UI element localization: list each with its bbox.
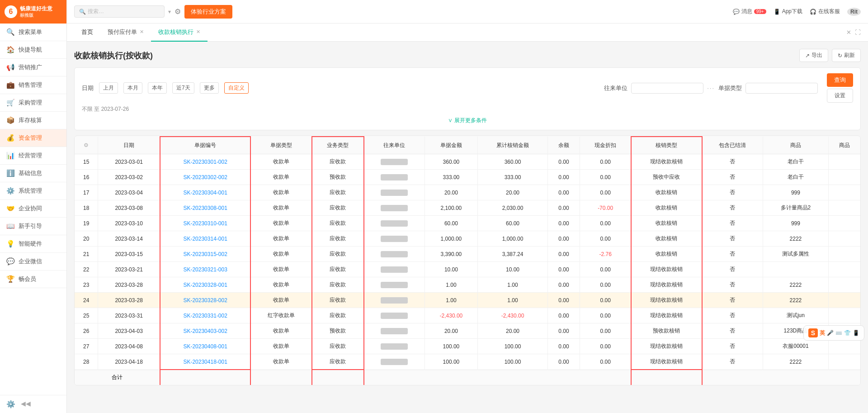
table-row: 16 2023-03-02 SK-20230302-002 收款单 预收款 ██… (75, 170, 860, 185)
cell-unit: ██████ (364, 293, 425, 308)
bill-no-link[interactable]: SK-20230304-001 (183, 190, 227, 196)
messages-btn[interactable]: 💬 消息 99+ (733, 8, 766, 15)
bill-no-link[interactable]: SK-20230302-002 (183, 174, 227, 180)
topbar-gear-icon[interactable]: ⚙ (175, 7, 181, 16)
sidebar-item-hardware[interactable]: 💡智能硬件 (0, 235, 66, 253)
cell-write-off: 2,030.00 (478, 200, 548, 216)
enterprise-icon: 🤝 (6, 204, 15, 213)
cell-bill-type: 收款单 (250, 339, 311, 354)
refresh-icon: ↻ (838, 52, 842, 59)
export-btn[interactable]: ↗ 导出 (799, 49, 828, 62)
refresh-label: 刷新 (844, 52, 855, 59)
tab-expand-icon[interactable]: ⛶ (855, 29, 861, 36)
online-service-btn[interactable]: 🎧 在线客服 (810, 8, 840, 15)
bill-no-link[interactable]: SK-20230321-003 (183, 266, 227, 273)
date-last-month-btn[interactable]: 上月 (99, 82, 118, 94)
app-download-btn[interactable]: 📱 App下载 (774, 8, 802, 15)
bill-no-link[interactable]: SK-20230308-001 (183, 205, 227, 211)
cell-included: 否 (702, 216, 763, 231)
brand-phone-icon[interactable]: 📱 (853, 330, 859, 336)
sidebar-item-basic[interactable]: ℹ️基础信息 (0, 165, 66, 182)
cell-bill-no: SK-20230331-002 (160, 308, 250, 323)
footer-product2 (829, 370, 860, 385)
date-more-btn[interactable]: 更多 (200, 82, 219, 94)
collapse-icon[interactable]: ◀◀ (21, 400, 31, 408)
bill-type-select[interactable] (745, 83, 818, 94)
refresh-btn[interactable]: ↻ 刷新 (832, 49, 861, 62)
cell-write-off: 3,387.24 (478, 247, 548, 262)
sidebar-item-finance[interactable]: 💰资金管理 (0, 129, 66, 147)
sidebar-nav: 🔍搜索菜单🏠快捷导航📢营销推广💼销售管理🛒采购管理📦库存核算💰资金管理📊经营管理… (0, 24, 66, 395)
cell-discount: 0.00 (580, 293, 632, 308)
cell-write-off-type: 收款核销 (631, 231, 702, 247)
cell-amount: 20.00 (425, 323, 478, 339)
topbar-right: 💬 消息 99+ 📱 App下载 🎧 在线客服 Rit (733, 8, 861, 16)
tab-prepayment[interactable]: 预付应付单 ✕ (100, 24, 151, 42)
app-download-label: App下载 (782, 8, 802, 15)
settings-icon[interactable]: ⚙️ (6, 400, 15, 408)
cell-no: 16 (75, 170, 98, 185)
sidebar-item-purchase[interactable]: 🛒采购管理 (0, 94, 66, 112)
sidebar-item-inventory[interactable]: 📦库存核算 (0, 112, 66, 129)
sidebar-item-enterprise[interactable]: 🤝企业协同 (0, 200, 66, 218)
cell-write-off-type: 收款核销 (631, 216, 702, 231)
bill-no-link[interactable]: SK-20230301-002 (183, 159, 227, 165)
sidebar-item-search[interactable]: 🔍搜索菜单 (0, 24, 66, 41)
cell-write-off: 20.00 (478, 323, 548, 339)
export-icon: ↗ (805, 52, 810, 59)
bill-no-link[interactable]: SK-20230328-002 (183, 297, 227, 304)
tab-receivable-close[interactable]: ✕ (196, 29, 200, 35)
bill-no-link[interactable]: SK-20230310-001 (183, 220, 227, 227)
sidebar-item-guide[interactable]: 📖新手引导 (0, 218, 66, 235)
sidebar-item-wechat[interactable]: 💬企业微信 (0, 253, 66, 271)
query-btn[interactable]: 查询 (827, 73, 853, 87)
cell-write-off-type: 现结收款核销 (631, 262, 702, 277)
sidebar-item-sales[interactable]: 💼销售管理 (0, 76, 66, 94)
bill-no-link[interactable]: SK-20230314-001 (183, 236, 227, 242)
bill-no-link[interactable]: SK-20230403-002 (183, 328, 227, 334)
sidebar-item-system[interactable]: ⚙️系统管理 (0, 182, 66, 200)
tab-prepayment-close[interactable]: ✕ (140, 29, 144, 35)
sidebar-footer: ⚙️ ◀◀ (0, 395, 66, 413)
date-this-year-btn[interactable]: 本年 (148, 82, 167, 94)
cell-included: 否 (702, 231, 763, 247)
bill-no-link[interactable]: SK-20230331-002 (183, 313, 227, 319)
date-this-month-btn[interactable]: 本月 (123, 82, 142, 94)
basic-icon: ℹ️ (6, 169, 15, 177)
customer-filter-input[interactable] (631, 83, 703, 94)
sidebar-item-member[interactable]: 🏆畅会员 (0, 271, 66, 288)
cell-balance: 0.00 (547, 154, 580, 170)
sidebar-label-purchase: 采购管理 (19, 99, 42, 107)
brand-shirt-icon[interactable]: 👕 (844, 330, 851, 336)
cell-amount: 1,000.00 (425, 231, 478, 247)
bill-no-link[interactable]: SK-20230408-001 (183, 343, 227, 350)
dropdown-arrow[interactable]: ▾ (168, 9, 171, 15)
table-row: 22 2023-03-21 SK-20230321-003 收款单 应收款 ██… (75, 262, 860, 277)
brand-mic-icon[interactable]: 🎤 (827, 330, 834, 336)
user-avatar[interactable]: Rit (847, 8, 861, 16)
date-last-7days-btn[interactable]: 近7天 (172, 82, 194, 94)
expand-conditions-btn[interactable]: ∨ 展开更多条件 (82, 117, 853, 124)
cell-write-off: 360.00 (478, 154, 548, 170)
sidebar-item-quicknav[interactable]: 🏠快捷导航 (0, 41, 66, 59)
sidebar-item-marketing[interactable]: 📢营销推广 (0, 59, 66, 76)
cell-product1: 2222 (763, 293, 828, 308)
cell-product2 (829, 185, 860, 200)
brand-keyboard-icon[interactable]: ⌨️ (835, 330, 842, 336)
cell-balance: 0.00 (547, 185, 580, 200)
tab-receivable[interactable]: 收款核销执行 ✕ (151, 24, 208, 42)
cell-write-off: 1,000.00 (478, 231, 548, 247)
tab-close-all-icon[interactable]: ✕ (846, 29, 851, 36)
bill-no-link[interactable]: SK-20230328-001 (183, 282, 227, 288)
th-gear[interactable]: ⚙ (75, 137, 98, 154)
bill-no-link[interactable]: SK-20230315-002 (183, 251, 227, 257)
industry-btn[interactable]: 体验行业方案 (184, 5, 232, 19)
date-custom-btn[interactable]: 自定义 (224, 82, 249, 94)
tab-home[interactable]: 首页 (74, 24, 100, 42)
cell-bill-no: SK-20230308-001 (160, 200, 250, 216)
bill-no-link[interactable]: SK-20230418-001 (183, 359, 227, 365)
cell-date: 2023-03-04 (98, 185, 160, 200)
settings-btn[interactable]: 设置 (827, 89, 853, 103)
sidebar-item-operations[interactable]: 📊经营管理 (0, 147, 66, 165)
cell-product1 (763, 262, 828, 277)
